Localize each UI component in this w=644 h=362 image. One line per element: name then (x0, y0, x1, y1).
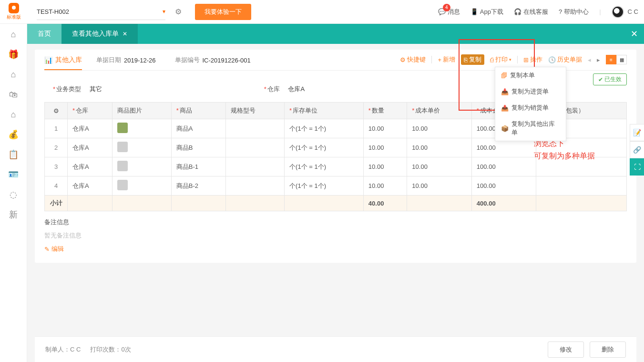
view-grid[interactable]: ▦ (616, 55, 627, 64)
home-icon[interactable]: ⌂ (9, 30, 18, 39)
warehouse: *仓库 仓库A (264, 85, 305, 93)
copy-as-purchase[interactable]: 📥复制为进货单 (495, 83, 566, 100)
row-index: 2 (45, 138, 68, 157)
col-img: 商品图片 (112, 103, 172, 119)
modify-button[interactable]: 修改 (548, 341, 584, 358)
topbar: 标准版 TEST-H002 ▾ ⚙ 我要体验一下 💬 消息 4 📱 App下载 … (0, 0, 644, 24)
copy-this[interactable]: 🗐复制本单 (495, 67, 566, 83)
sep (431, 56, 432, 63)
delete-button[interactable]: 删除 (590, 341, 626, 358)
tab-home[interactable]: 首页 (27, 24, 61, 44)
copy-button[interactable]: ⎘复制 (461, 54, 484, 65)
shortcut-button[interactable]: ⚙快捷键 (400, 55, 426, 64)
col-prod: *商品 (171, 103, 225, 119)
try-button[interactable]: 我要体验一下 (195, 4, 251, 20)
view-toggle: ≡ ▦ (606, 55, 627, 64)
new-icon[interactable]: 新 (9, 210, 18, 219)
user-menu[interactable]: C C (612, 6, 638, 18)
id-icon[interactable]: 🪪 (9, 170, 18, 179)
row-unit: 个(1个 = 1个) (285, 119, 364, 138)
messages-badge: 4 (443, 4, 450, 11)
copy-icon: ⎘ (464, 56, 468, 63)
close-icon[interactable]: ✕ (123, 31, 127, 37)
logo[interactable]: 标准版 (0, 3, 27, 21)
row-index: 1 (45, 119, 68, 138)
col-gear[interactable]: ⚙ (45, 103, 68, 119)
money-icon[interactable]: 💰 (9, 130, 18, 139)
copy-as-other-out[interactable]: 📦复制为其他出库单 (495, 116, 566, 141)
doc-tab[interactable]: 📊 其他入库 (44, 56, 82, 70)
messages-link[interactable]: 💬 消息 4 (438, 8, 460, 16)
gear-icon[interactable]: ⚙ (175, 7, 182, 16)
row-price: 10.00 (407, 138, 472, 157)
other-out-icon: 📦 (501, 125, 509, 132)
logo-icon (9, 3, 19, 13)
bag-icon[interactable]: 🛍 (9, 90, 18, 99)
user-name: C C (628, 8, 638, 15)
sync-icon[interactable]: ◌ (9, 190, 18, 199)
row-qty: 10.00 (363, 157, 407, 176)
add-button[interactable]: +新增 (438, 55, 455, 64)
copy-as-sale[interactable]: 📤复制为销货单 (495, 100, 566, 116)
org-select[interactable]: TEST-H002 ▾ (37, 4, 165, 20)
gift-icon[interactable]: 🎁 (9, 50, 18, 59)
row-unit: 个(1个 = 1个) (285, 138, 364, 157)
content: 📊 其他入库 单据日期 2019-12-26 单据编号 IC-20191226-… (27, 44, 644, 362)
doc-tab-label: 其他入库 (55, 56, 82, 64)
product-image-icon (117, 123, 128, 133)
row-avail (536, 176, 627, 196)
doc-copy-icon: 🗐 (501, 72, 507, 79)
row-amount: 100.00 (471, 176, 536, 196)
history-button[interactable]: 🕓历史单据 (548, 55, 582, 64)
close-all-tabs[interactable]: ✕ (624, 24, 644, 44)
col-spec: 规格型号 (225, 103, 285, 119)
btype-value: 其它 (90, 85, 102, 93)
house-icon[interactable]: ⌂ (9, 70, 18, 79)
row-wh: 仓库A (68, 176, 112, 196)
row-spec (225, 138, 285, 157)
help-link[interactable]: ? 帮助中心 (559, 8, 589, 16)
table-row[interactable]: 4 仓库A 商品B-2 个(1个 = 1个) 10.00 10.00 100.0… (45, 176, 627, 196)
footer: 制单人： C C 打印次数： 0次 修改 删除 (35, 336, 636, 362)
prev-button[interactable]: ◂ (588, 56, 591, 63)
col-unit: *库存单位 (285, 103, 364, 119)
edit-remark[interactable]: ✎ 编辑 (44, 245, 627, 253)
building-icon[interactable]: ⌂ (9, 110, 18, 119)
help-label: 帮助中心 (564, 8, 589, 16)
row-wh: 仓库A (68, 157, 112, 176)
print-button[interactable]: ⎙打印▾ (490, 55, 511, 64)
row-prod: 商品B (171, 138, 225, 157)
business-type: *业务类型 其它 (53, 85, 102, 93)
cs-label: 在线客服 (523, 8, 548, 16)
creator-value: C C (70, 346, 81, 353)
sidebar: ⌂ 🎁 ⌂ 🛍 ⌂ 💰 📋 🪪 ◌ 新 (0, 24, 27, 362)
customer-service-link[interactable]: 🎧 在线客服 (514, 8, 548, 16)
clipboard-icon[interactable]: 📋 (9, 150, 18, 159)
expand-tool[interactable]: ⛶ (630, 158, 644, 176)
row-prod: 商品A (171, 119, 225, 138)
app-download-link[interactable]: 📱 App下载 (470, 8, 503, 16)
print-count-value: 0次 (121, 345, 131, 354)
tab-view-doc[interactable]: 查看其他入库单 ✕ (61, 24, 138, 44)
row-unit: 个(1个 = 1个) (285, 176, 364, 196)
tab-view-label: 查看其他入库单 (72, 30, 119, 38)
row-price: 10.00 (407, 157, 472, 176)
gear-icon: ⚙ (53, 107, 59, 114)
remark-title: 备注信息 (44, 218, 627, 227)
subtotal-amount: 400.00 (471, 196, 536, 211)
grid-icon: ⊞ (523, 56, 529, 63)
row-qty: 10.00 (363, 176, 407, 196)
print-icon: ⎙ (490, 56, 494, 63)
link-tool[interactable]: 🔗 (630, 141, 644, 158)
next-button[interactable]: ▸ (597, 56, 600, 63)
ops-button[interactable]: ⊞操作 (523, 55, 542, 64)
headset-icon: 🎧 (514, 8, 521, 15)
check-icon: ✔ (598, 76, 603, 83)
row-spec (225, 176, 285, 196)
note-tool[interactable]: 📝 (630, 124, 644, 141)
row-spec (225, 119, 285, 138)
view-list[interactable]: ≡ (606, 55, 616, 64)
logo-label: 标准版 (7, 14, 21, 21)
row-amount: 100.00 (471, 157, 536, 176)
wh-label: 仓库 (267, 85, 280, 93)
